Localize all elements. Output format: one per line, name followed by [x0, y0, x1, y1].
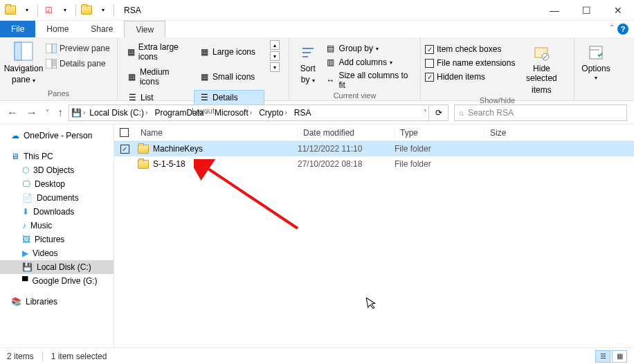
type-header[interactable]: Type [395, 128, 484, 138]
view-mode-toggles: ☰ ▦ [595, 350, 627, 363]
navigation-pane-button[interactable]: Navigation pane ▾ [4, 40, 43, 85]
options-button[interactable]: Options ▾ [579, 40, 613, 82]
size-columns-button[interactable]: ↔Size all columns to fit [325, 71, 416, 90]
list-icon: ☰ [127, 92, 138, 103]
file-type: File folder [395, 159, 484, 169]
address-dropdown[interactable]: ˅ [424, 109, 427, 116]
tree-google-drive[interactable]: ▀Google Drive (G:) [0, 274, 114, 288]
file-list-area: Name Date modified Type Size MachineKeys… [114, 125, 634, 347]
size-header[interactable]: Size [484, 128, 540, 138]
ribbon: Navigation pane ▾ Preview pane Details p… [0, 37, 634, 101]
address-bar[interactable]: 💾 › Local Disk (C:) › ProgramData › Micr… [69, 104, 429, 121]
collapse-ribbon-icon[interactable]: ˆ [610, 24, 613, 34]
breadcrumb-segment[interactable]: Local Disk (C:) › [87, 108, 150, 118]
history-dropdown[interactable]: ˅ [46, 109, 49, 116]
home-tab[interactable]: Home [35, 21, 80, 37]
list-button[interactable]: ☰List [122, 90, 192, 105]
large-view-toggle[interactable]: ▦ [612, 350, 627, 363]
medium-icons-button[interactable]: ▦Medium icons [122, 65, 192, 89]
search-icon: ⌕ [459, 108, 464, 118]
maximize-button[interactable]: ☐ [570, 0, 602, 21]
close-button[interactable]: ✕ [602, 0, 634, 21]
tree-documents[interactable]: 📄Documents [0, 191, 114, 205]
selection-count: 1 item selected [51, 352, 107, 361]
search-input[interactable]: ⌕ Search RSA [454, 104, 627, 121]
tree-music[interactable]: ♪Music [0, 219, 114, 233]
pictures-icon: 🖼 [22, 235, 30, 244]
tree-local-disk[interactable]: 💾Local Disk (C:) [0, 260, 114, 274]
layout-up-button[interactable]: ▴ [270, 40, 280, 50]
ribbon-expand: ˆ ? [605, 21, 634, 37]
extra-large-icons-button[interactable]: ▦Extra large icons [122, 40, 192, 64]
tree-3d-objects[interactable]: ⬡3D Objects [0, 163, 114, 177]
file-tab[interactable]: File [0, 21, 35, 37]
hidden-items-toggle[interactable]: Hidden items [425, 72, 515, 82]
show-hide-group: Item check boxes File name extensions Hi… [421, 37, 574, 100]
library-icon: 📚 [11, 297, 21, 307]
details-view-toggle[interactable]: ☰ [595, 350, 610, 363]
tree-this-pc[interactable]: 🖥This PC [0, 149, 114, 163]
tree-libraries[interactable]: 📚Libraries [0, 295, 114, 309]
details-pane-button[interactable]: Details pane [46, 58, 110, 69]
menu-tabs: File Home Share View ˆ ? [0, 21, 634, 37]
sort-by-button[interactable]: Sort by ▾ [293, 40, 323, 85]
disk-icon: 💾 [22, 262, 33, 272]
navigation-tree[interactable]: ☁OneDrive - Person 🖥This PC ⬡3D Objects … [0, 125, 114, 347]
name-header[interactable]: Name [135, 128, 298, 138]
view-tab[interactable]: View [124, 21, 165, 37]
layout-more-button[interactable]: ▾ [270, 62, 280, 72]
refresh-icon: ⟳ [435, 108, 442, 118]
tree-pictures[interactable]: 🖼Pictures [0, 233, 114, 246]
hide-selected-button[interactable]: Hide selected items [518, 40, 565, 95]
date-header[interactable]: Date modified [298, 128, 395, 138]
properties-icon[interactable]: ☑ [41, 3, 56, 18]
breadcrumb-segment[interactable]: ProgramData › [152, 108, 210, 118]
preview-pane-button[interactable]: Preview pane [46, 43, 110, 54]
file-name: MachineKeys [153, 144, 203, 154]
address-row: ← → ˅ ↑ 💾 › Local Disk (C:) › ProgramDat… [0, 101, 634, 125]
group-icon: ▤ [325, 43, 336, 54]
large-icons-button[interactable]: ▦Large icons [194, 40, 264, 64]
breadcrumb-segment[interactable]: Crypto › [256, 108, 290, 118]
window-controls: — ☐ ✕ [538, 0, 634, 21]
file-row[interactable]: MachineKeys 11/12/2022 11:10 File folder [114, 141, 634, 156]
file-name-extensions-toggle[interactable]: File name extensions [425, 58, 515, 68]
small-icons-button[interactable]: ▦Small icons [194, 65, 264, 89]
tree-onedrive[interactable]: ☁OneDrive - Person [0, 129, 114, 143]
add-columns-button[interactable]: ▥Add columns ▾ [325, 57, 416, 68]
qat-dropdown3-icon[interactable]: ▾ [96, 3, 111, 18]
group-by-button[interactable]: ▤Group by ▾ [325, 43, 416, 54]
folder-icon [138, 145, 149, 154]
file-date: 11/12/2022 11:10 [298, 144, 395, 154]
svg-rect-15 [590, 46, 602, 59]
forward-button[interactable]: → [26, 107, 37, 119]
qat-dropdown-icon[interactable]: ▾ [19, 3, 35, 18]
file-date: 27/10/2022 08:18 [298, 159, 395, 169]
refresh-button[interactable]: ⟳ [429, 104, 449, 121]
up-button[interactable]: ↑ [57, 107, 63, 119]
layout-down-button[interactable]: ▾ [270, 51, 280, 61]
breadcrumb-segment[interactable]: Microsoft › [212, 108, 255, 118]
breadcrumb-segment[interactable]: RSA [291, 108, 314, 118]
help-icon[interactable]: ? [617, 24, 628, 35]
file-row[interactable]: S-1-5-18 27/10/2022 08:18 File folder [114, 156, 634, 172]
tree-desktop[interactable]: 🖵Desktop [0, 177, 114, 191]
checkbox-icon [425, 73, 434, 82]
fit-icon: ↔ [325, 75, 336, 86]
checkbox-header[interactable] [114, 128, 135, 137]
grid-icon: ▦ [199, 46, 210, 57]
music-icon: ♪ [22, 221, 26, 230]
content-area: ☁OneDrive - Person 🖥This PC ⬡3D Objects … [0, 125, 634, 347]
checkbox-icon[interactable] [120, 145, 129, 154]
share-tab[interactable]: Share [80, 21, 124, 37]
tree-downloads[interactable]: ⬇Downloads [0, 205, 114, 219]
details-button[interactable]: ☰Details [194, 90, 264, 105]
chevron-right-icon[interactable]: › [83, 109, 85, 116]
qat-dropdown2-icon[interactable]: ▾ [57, 3, 73, 18]
item-check-boxes-toggle[interactable]: Item check boxes [425, 44, 515, 54]
back-button[interactable]: ← [7, 107, 18, 119]
checkbox-icon [120, 128, 129, 137]
item-count: 2 items [7, 352, 34, 361]
tree-videos[interactable]: ▶Videos [0, 246, 114, 260]
minimize-button[interactable]: — [538, 0, 570, 21]
